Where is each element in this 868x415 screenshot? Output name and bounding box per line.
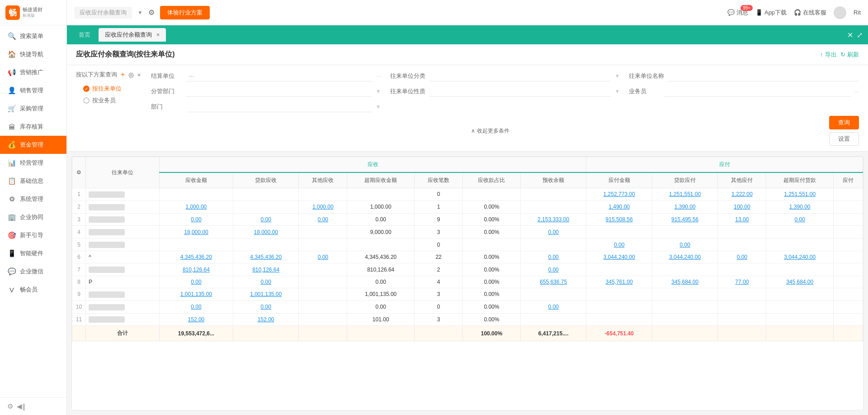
sidebar-item-hardware[interactable]: 📱 智能硬件 (0, 244, 66, 262)
sidebar-label-sales: 销售管理 (20, 86, 43, 95)
filter-select-unit-nature[interactable] (429, 86, 611, 97)
tab-expand-btn[interactable]: ⤢ (857, 31, 863, 39)
table-cell[interactable]: 0.00 (233, 276, 299, 288)
tab-home[interactable]: 首页 (72, 28, 97, 42)
table-cell[interactable]: 100.00 (718, 200, 766, 213)
messages-btn[interactable]: 💬 消息 99+ (727, 9, 748, 17)
table-cell[interactable]: 2,153,333.00 (520, 213, 586, 226)
sidebar-item-member[interactable]: V 畅会员 (0, 281, 66, 299)
marketing-icon: 📢 (7, 68, 16, 77)
table-cell[interactable]: 0.00 (299, 251, 347, 263)
table-cell[interactable]: 152.00 (233, 313, 299, 326)
table-cell[interactable]: 1,390.00 (652, 200, 718, 213)
filter-option-by-staff[interactable]: 按业务员 (80, 95, 144, 106)
service-btn[interactable]: 🎧 在线客服 (794, 9, 826, 17)
table-cell[interactable]: 1,490.00 (586, 200, 652, 213)
table-cell[interactable]: 1,251,551.00 (652, 188, 718, 201)
sidebar-item-management[interactable]: 📊 经营管理 (0, 154, 66, 172)
table-settings-icon[interactable]: ⚙ (76, 169, 81, 176)
table-cell[interactable]: 4,345,436.20 (159, 251, 233, 263)
filter-select-dept[interactable] (186, 101, 372, 112)
table-cell[interactable]: 18,000.00 (159, 226, 233, 239)
table-cell[interactable]: 18,000.00 (233, 226, 299, 239)
table-cell[interactable]: 4,345,436.20 (233, 251, 299, 263)
sidebar-item-finance[interactable]: 💰 资金管理 (0, 136, 66, 154)
table-cell[interactable]: 0.00 (520, 301, 586, 313)
table-cell[interactable]: 1,000.00 (159, 200, 233, 213)
filter-select-unit-category[interactable] (429, 71, 611, 81)
table-cell[interactable]: 3,044,240.00 (586, 251, 652, 263)
sidebar-item-wechat[interactable]: 💬 企业微信 (0, 262, 66, 281)
table-cell[interactable]: 0.00 (520, 251, 586, 263)
sidebar-item-guide[interactable]: 🎯 新手引导 (0, 226, 66, 244)
filter-collapse-icon[interactable]: « (137, 72, 141, 78)
sidebar-item-basic[interactable]: 📋 基础信息 (0, 172, 66, 190)
table-cell[interactable]: 0.00 (652, 239, 718, 251)
table-cell[interactable]: 13.00 (718, 213, 766, 226)
table-cell[interactable]: 1,252,773.00 (586, 188, 652, 201)
refresh-btn[interactable]: ↻ 刷新 (840, 51, 859, 59)
filter-input-unit-name[interactable] (668, 71, 859, 81)
table-cell[interactable]: 915,495.56 (652, 213, 718, 226)
tab-close-icon[interactable]: × (156, 31, 160, 38)
app-download-btn[interactable]: 📱 App下载 (755, 9, 787, 17)
query-button[interactable]: 查询 (829, 116, 859, 129)
sidebar-item-inventory[interactable]: 🏛 库存核算 (0, 118, 66, 136)
collapse-more-btn[interactable]: ∧ 收起更多条件 (471, 127, 509, 135)
topbar-settings-icon[interactable]: ⚙ (148, 8, 155, 17)
table-cell[interactable]: 0.00 (233, 301, 299, 313)
sidebar-item-corp[interactable]: 🏢 企业协同 (0, 208, 66, 226)
filter-setting-icon[interactable]: ◎ (128, 71, 134, 78)
footer-settings-btn[interactable]: ⚙ (7, 402, 13, 410)
dropdown-arrow-icon[interactable]: ▼ (137, 10, 143, 16)
table-cell[interactable]: 0.00 (159, 213, 233, 226)
table-cell[interactable]: 810,126.64 (233, 263, 299, 276)
table-cell[interactable]: 0.00 (233, 213, 299, 226)
filter-option-by-unit[interactable]: ✓ 按往来单位 (80, 83, 144, 94)
table-cell[interactable]: 915,508.56 (586, 213, 652, 226)
col-r-overdue: 超期应收金额 (347, 172, 415, 188)
table-cell: 4 (72, 226, 86, 239)
table-cell[interactable]: 1,390.00 (766, 200, 834, 213)
table-cell[interactable]: 3,044,240.00 (766, 251, 834, 263)
filter-input-salesperson[interactable] (664, 86, 851, 97)
col-settings[interactable]: ⚙ (72, 157, 86, 188)
table-cell[interactable]: 77.00 (718, 276, 766, 288)
table-cell[interactable]: 1,000.00 (299, 200, 347, 213)
sidebar-item-shortcut[interactable]: 🏠 快捷导航 (0, 45, 66, 63)
table-cell[interactable]: 810,126.64 (159, 263, 233, 276)
table-cell[interactable]: 1,001,135.00 (159, 288, 233, 301)
table-cell[interactable]: 345,684.00 (652, 276, 718, 288)
tab-close-window-btn[interactable]: ✕ (847, 31, 853, 39)
table-cell[interactable]: 1,251,551.00 (766, 188, 834, 201)
table-cell[interactable]: 0.00 (520, 226, 586, 239)
table-cell[interactable]: 1,222.00 (718, 188, 766, 201)
table-cell[interactable]: 0.00 (159, 276, 233, 288)
table-cell[interactable]: 345,684.00 (766, 276, 834, 288)
sidebar-item-system[interactable]: ⚙ 系统管理 (0, 190, 66, 208)
table-cell[interactable]: 0.00 (766, 213, 834, 226)
table-cell[interactable]: 0.00 (159, 301, 233, 313)
table-cell[interactable]: 0.00 (520, 263, 586, 276)
sidebar-item-purchase[interactable]: 🛒 采购管理 (0, 100, 66, 118)
table-cell[interactable]: 0.00 (586, 239, 652, 251)
user-avatar[interactable] (834, 6, 846, 19)
export-btn[interactable]: ↑ 导出 (821, 51, 837, 59)
filter-add-btn[interactable]: + (121, 71, 125, 79)
table-cell[interactable]: 3,044,240.00 (652, 251, 718, 263)
sidebar-item-search[interactable]: 🔍 搜索菜单 (0, 27, 66, 45)
filter-settings-button[interactable]: 设置 (829, 132, 859, 146)
table-cell[interactable]: 0.00 (299, 213, 347, 226)
filter-input-settlement[interactable] (186, 71, 373, 81)
cta-button[interactable]: 体验行业方案 (160, 6, 210, 19)
table-cell[interactable]: 345,761.00 (586, 276, 652, 288)
tab-receivable-query[interactable]: 应收应付余额查询 × (99, 28, 166, 42)
footer-collapse-btn[interactable]: ◀‖ (17, 402, 26, 410)
table-cell[interactable]: 1,001,135.00 (233, 288, 299, 301)
table-cell[interactable]: 152.00 (159, 313, 233, 326)
table-cell[interactable]: 655,636.75 (520, 276, 586, 288)
table-cell[interactable]: 0.00 (718, 251, 766, 263)
filter-select-dept-manage[interactable] (186, 86, 372, 97)
sidebar-item-marketing[interactable]: 📢 营销推广 (0, 63, 66, 81)
sidebar-item-sales[interactable]: 👤 销售管理 (0, 81, 66, 100)
